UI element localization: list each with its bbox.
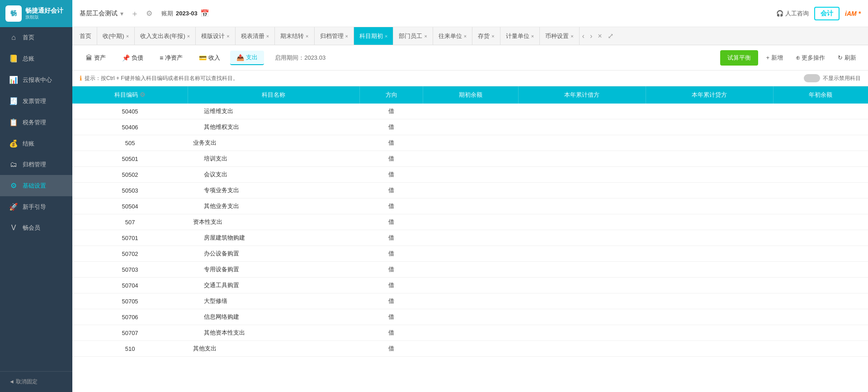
row-year-opening (773, 183, 868, 198)
calendar-icon[interactable]: 📅 (200, 9, 209, 18)
settings-icon[interactable]: ⚙ (146, 9, 152, 18)
category-net_asset[interactable]: ≡ 净资产 (153, 51, 189, 65)
table-row[interactable]: 50405 运维维支出 借 (72, 104, 868, 119)
row-opening (423, 183, 518, 198)
company-selector[interactable]: 基层工会测试 ▾ (80, 9, 123, 18)
tab-expand[interactable]: ⤢ (605, 27, 616, 45)
sidebar-item-reports[interactable]: 📊 云报表中心 (0, 69, 72, 90)
tab-subject_init[interactable]: 科目期初× (354, 27, 393, 45)
tab-close-tax_clear[interactable]: × (266, 33, 269, 39)
category-expense[interactable]: 📤 支出 (230, 51, 264, 65)
reports-icon: 📊 (9, 76, 18, 84)
row-ytd-credit (646, 119, 773, 135)
row-year-opening (773, 198, 868, 214)
tab-period_close[interactable]: 期末结转× (275, 27, 314, 45)
tab-close-archive_mgr[interactable]: × (345, 33, 348, 39)
row-opening (423, 119, 518, 135)
settle-icon: 💰 (9, 139, 18, 148)
table-container[interactable]: 科目编码 ⚙ 科目名称 方向 期初余额 本年累计借方 本年累计贷方 年初余额 5… (72, 86, 868, 392)
sidebar: 畅 畅捷通好会计 旗舰版 ⌂ 首页📒 总账📊 云报表中心🧾 发票管理📋 税务管理… (0, 0, 72, 392)
sidebar-item-guide[interactable]: 🚀 新手引导 (0, 196, 72, 217)
category-liability[interactable]: 📌 负债 (116, 51, 150, 65)
tab-dept_staff[interactable]: 部门员工× (393, 27, 433, 45)
row-year-opening (773, 246, 868, 262)
tab-label-home: 首页 (80, 32, 91, 40)
table-row[interactable]: 505 业务支出 借 (72, 135, 868, 151)
table-row[interactable]: 50704 交通工具购置 借 (72, 278, 868, 293)
period-label: 账期 (161, 9, 173, 18)
table-row[interactable]: 50406 其他维权支出 借 (72, 119, 868, 135)
tab-measure_unit[interactable]: 计量单位× (500, 27, 540, 45)
row-name: 办公设备购置 (188, 246, 360, 262)
tab-close-template[interactable]: × (226, 33, 229, 39)
table-row[interactable]: 50703 专用设备购置 借 (72, 262, 868, 278)
tab-tax_clear[interactable]: 税表清册× (236, 27, 275, 45)
category-income[interactable]: 💳 收入 (193, 51, 226, 65)
account-button[interactable]: 会计 (814, 7, 840, 20)
row-code: 50504 (72, 198, 188, 214)
table-row[interactable]: 50707 其他资本性支出 借 (72, 325, 868, 341)
tab-close-period_report[interactable]: × (126, 33, 129, 39)
tab-currency[interactable]: 币种设置× (540, 27, 579, 45)
tab-period_report[interactable]: 收(中期)× (97, 27, 135, 45)
tab-close-measure_unit[interactable]: × (531, 33, 534, 39)
more-button[interactable]: ⊕ 更多操作 (791, 51, 830, 65)
support-button[interactable]: 🎧 人工咨询 (776, 9, 809, 18)
table-row[interactable]: 50503 专项业务支出 借 (72, 183, 868, 198)
table-row[interactable]: 50502 会议支出 借 (72, 167, 868, 183)
sidebar-item-member[interactable]: V 畅会员 (0, 217, 72, 238)
tab-archive_mgr[interactable]: 归档管理× (315, 27, 354, 45)
table-row[interactable]: 50702 办公设备购置 借 (72, 246, 868, 262)
sidebar-item-settle[interactable]: 💰 结账 (0, 133, 72, 154)
tab-scroll-right[interactable]: › (587, 27, 595, 45)
sidebar-item-settings[interactable]: ⚙ 基础设置 (0, 175, 72, 196)
tab-counterpart[interactable]: 往来单位× (433, 27, 472, 45)
add-button[interactable]: + 新增 (762, 51, 788, 65)
row-year-opening (773, 278, 868, 293)
add-tab-button[interactable]: ＋ (129, 8, 141, 19)
sidebar-footer[interactable]: ◄ 取消固定 (0, 371, 72, 392)
table-row[interactable]: 507 资本性支出 借 (72, 214, 868, 230)
balance-button[interactable]: 试算平衡 (720, 50, 758, 66)
row-ytd-debit (518, 167, 646, 183)
table-row[interactable]: 510 其他支出 借 (72, 341, 868, 357)
tab-annual_report[interactable]: 收入支出表(年报)× (135, 27, 196, 45)
tab-template[interactable]: 模版设计× (196, 27, 235, 45)
col-name-header: 科目名称 (188, 86, 360, 104)
income-icon: 💳 (199, 54, 207, 61)
refresh-button[interactable]: ↻ 刷新 (833, 51, 861, 65)
sidebar-item-tax[interactable]: 📋 税务管理 (0, 112, 72, 133)
tab-home[interactable]: 首页 (74, 27, 97, 45)
tab-close-dept_staff[interactable]: × (424, 33, 427, 39)
sidebar-item-archive[interactable]: 🗂 归档管理 (0, 154, 72, 175)
table-row[interactable]: 50705 大型修缮 借 (72, 293, 868, 309)
row-direction: 借 (360, 183, 423, 198)
tab-close-subject_init[interactable]: × (385, 33, 387, 39)
tab-close-currency[interactable]: × (571, 33, 573, 39)
table-row[interactable]: 50706 信息网络购建 借 (72, 309, 868, 325)
row-ytd-debit (518, 246, 646, 262)
tab-label-counterpart: 往来单位 (439, 32, 462, 40)
table-row[interactable]: 50501 培训支出 借 (72, 151, 868, 167)
tab-close-annual_report[interactable]: × (187, 33, 190, 39)
tab-close-period_close[interactable]: × (306, 33, 308, 39)
row-ytd-credit (646, 230, 773, 246)
table-row[interactable]: 50504 其他业务支出 借 (72, 198, 868, 214)
sidebar-item-home[interactable]: ⌂ 首页 (0, 27, 72, 48)
row-name: 其他维权支出 (188, 119, 360, 135)
row-year-opening (773, 309, 868, 325)
column-settings-icon[interactable]: ⚙ (140, 91, 146, 98)
disabled-toggle[interactable] (804, 74, 820, 82)
sidebar-label-archive: 归档管理 (23, 161, 46, 169)
tab-close-counterpart[interactable]: × (464, 33, 467, 39)
row-ytd-debit (518, 293, 646, 309)
sidebar-item-invoice[interactable]: 🧾 发票管理 (0, 90, 72, 112)
table-row[interactable]: 50701 房屋建筑物购建 借 (72, 230, 868, 246)
sidebar-item-ledger[interactable]: 📒 总账 (0, 48, 72, 69)
chevron-down-icon[interactable]: ▾ (120, 10, 123, 17)
tab-inventory[interactable]: 存货× (472, 27, 500, 45)
category-asset[interactable]: 🏛 资产 (80, 51, 112, 65)
tab-close-inventory[interactable]: × (491, 33, 494, 39)
tab-scroll-left[interactable]: ‹ (580, 27, 587, 45)
tab-close-all[interactable]: × (595, 27, 604, 45)
